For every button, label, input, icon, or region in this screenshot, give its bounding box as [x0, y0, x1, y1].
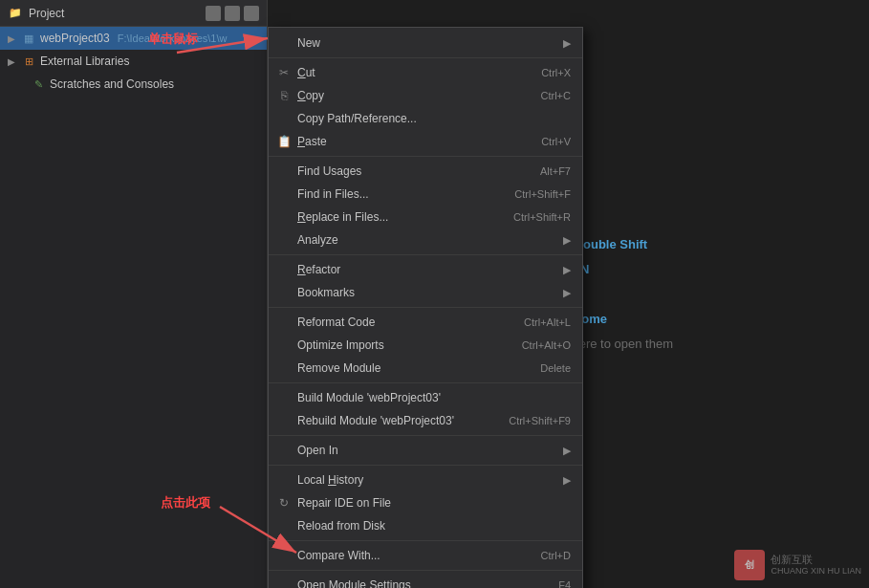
panel-actions — [206, 6, 259, 21]
tree-item-webproject03[interactable]: ▶ ▦ webProject03 F:\IdeaWorkspaces\1\w — [0, 27, 267, 50]
menu-arrow-local-history: ▶ — [563, 474, 571, 487]
menu-item-paste[interactable]: 📋 Paste Ctrl+V — [269, 130, 582, 153]
menu-label-open-in: Open In — [297, 444, 338, 457]
tree-label-webproject03: webProject03 — [40, 32, 110, 45]
menu-arrow-bookmarks: ▶ — [563, 287, 571, 299]
menu-item-bookmarks[interactable]: Bookmarks ▶ — [269, 281, 582, 304]
annotation-click-item: 点击此项 — [161, 494, 210, 512]
tree-arrow-webproject03: ▶ — [8, 33, 17, 44]
watermark-text: 创新互联 CHUANG XIN HU LIAN — [771, 553, 861, 577]
menu-label-analyze: Analyze — [297, 233, 338, 247]
menu-label-copy-path: Copy Path/Reference... — [297, 112, 417, 125]
menu-label-cut: Cut — [297, 66, 315, 79]
menu-shortcut-replace: Ctrl+Shift+R — [513, 211, 571, 223]
menu-shortcut-paste: Ctrl+V — [541, 136, 571, 147]
menu-item-build-module[interactable]: Build Module 'webProject03' — [269, 386, 582, 409]
menu-shortcut-find-usages: Alt+F7 — [540, 165, 571, 177]
menu-label-replace-in-files: Replace in Files... — [297, 210, 388, 224]
panel-title: Project — [29, 7, 200, 20]
cut-icon: ✂ — [276, 66, 292, 79]
watermark-line1: 创新互联 — [771, 553, 861, 566]
menu-arrow-analyze: ▶ — [563, 234, 571, 247]
menu-sep-9 — [269, 570, 582, 571]
menu-item-remove-module[interactable]: Remove Module Delete — [269, 357, 582, 380]
menu-arrow-open-in: ▶ — [563, 445, 571, 457]
menu-label-reformat: Reformat Code — [297, 316, 375, 329]
menu-item-repair-ide[interactable]: ↻ Repair IDE on File — [269, 491, 582, 514]
menu-item-optimize[interactable]: Optimize Imports Ctrl+Alt+O — [269, 334, 582, 357]
paste-icon: 📋 — [276, 135, 292, 148]
watermark-logo: 创 — [734, 550, 765, 580]
menu-label-local-history: Local History — [297, 473, 363, 487]
menu-item-open-in[interactable]: Open In ▶ — [269, 439, 582, 462]
menu-label-open-module-settings: Open Module Settings — [297, 578, 411, 588]
menu-label-refactor: Refactor — [297, 263, 340, 276]
menu-item-find-in-files[interactable]: Find in Files... Ctrl+Shift+F — [269, 183, 582, 206]
panel-header: 📁 Project — [0, 0, 267, 27]
menu-item-compare-with[interactable]: Compare With... Ctrl+D — [269, 544, 582, 567]
menu-item-rebuild-module[interactable]: Rebuild Module 'webProject03' Ctrl+Shift… — [269, 409, 582, 432]
menu-item-copy-path[interactable]: Copy Path/Reference... — [269, 107, 582, 130]
menu-shortcut-compare: Ctrl+D — [541, 550, 571, 561]
menu-label-remove-module: Remove Module — [297, 361, 380, 375]
menu-shortcut-cut: Ctrl+X — [541, 67, 571, 78]
menu-label-new: New — [297, 36, 320, 50]
menu-sep-5 — [269, 382, 582, 383]
menu-item-find-usages[interactable]: Find Usages Alt+F7 — [269, 160, 582, 183]
menu-label-build-module: Build Module 'webProject03' — [297, 391, 441, 404]
project-panel-icon: 📁 — [8, 6, 23, 21]
menu-arrow-new: ▶ — [563, 37, 571, 50]
menu-label-paste: Paste — [297, 135, 327, 148]
menu-label-compare-with: Compare With... — [297, 549, 380, 562]
annotation-click-mouse: 单击鼠标 — [148, 31, 198, 48]
menu-item-new[interactable]: New ▶ — [269, 32, 582, 54]
menu-label-find-in-files: Find in Files... — [297, 187, 369, 201]
watermark-line2: CHUANG XIN HU LIAN — [771, 566, 861, 577]
tree-item-scratches[interactable]: ✎ Scratches and Consoles — [0, 73, 267, 96]
menu-shortcut-open-settings: F4 — [558, 579, 571, 588]
menu-shortcut-find-in-files: Ctrl+Shift+F — [514, 188, 571, 200]
menu-sep-4 — [269, 307, 582, 308]
menu-item-local-history[interactable]: Local History ▶ — [269, 468, 582, 491]
menu-sep-2 — [269, 156, 582, 157]
menu-label-reload-from-disk: Reload from Disk — [297, 519, 385, 533]
panel-close-btn[interactable] — [244, 6, 259, 21]
menu-item-analyze[interactable]: Analyze ▶ — [269, 229, 582, 251]
menu-item-refactor[interactable]: Refactor ▶ — [269, 258, 582, 281]
tree-arrow-ext: ▶ — [8, 56, 17, 67]
repair-icon: ↻ — [276, 496, 292, 510]
lib-icon: ⊞ — [21, 54, 36, 69]
menu-label-rebuild-module: Rebuild Module 'webProject03' — [297, 414, 454, 427]
menu-sep-8 — [269, 540, 582, 541]
menu-item-copy[interactable]: ⎘ Copy Ctrl+C — [269, 84, 582, 107]
menu-item-reload-from-disk[interactable]: Reload from Disk — [269, 514, 582, 537]
watermark: 创 创新互联 CHUANG XIN HU LIAN — [734, 550, 861, 580]
menu-item-reformat[interactable]: Reformat Code Ctrl+Alt+L — [269, 311, 582, 334]
menu-sep-6 — [269, 435, 582, 436]
menu-item-cut[interactable]: ✂ Cut Ctrl+X — [269, 61, 582, 84]
menu-label-copy: Copy — [297, 89, 324, 102]
copy-icon: ⎘ — [276, 89, 292, 102]
menu-label-bookmarks: Bookmarks — [297, 286, 355, 299]
menu-shortcut-optimize: Ctrl+Alt+O — [522, 339, 571, 351]
tree-label-scratches: Scratches and Consoles — [50, 77, 174, 91]
menu-sep-3 — [269, 254, 582, 255]
scratch-icon: ✎ — [31, 76, 46, 92]
menu-label-repair-ide: Repair IDE on File — [297, 496, 391, 510]
menu-shortcut-copy: Ctrl+C — [541, 90, 571, 101]
menu-shortcut-rebuild: Ctrl+Shift+F9 — [509, 415, 571, 426]
menu-shortcut-reformat: Ctrl+Alt+L — [524, 316, 571, 328]
menu-sep-1 — [269, 57, 582, 58]
menu-item-open-module-settings[interactable]: Open Module Settings F4 — [269, 574, 582, 588]
menu-label-find-usages: Find Usages — [297, 164, 361, 178]
menu-shortcut-remove: Delete — [540, 362, 571, 374]
tree-item-external-libraries[interactable]: ▶ ⊞ External Libraries — [0, 50, 267, 73]
menu-sep-7 — [269, 465, 582, 466]
menu-item-replace-in-files[interactable]: Replace in Files... Ctrl+Shift+R — [269, 206, 582, 229]
menu-label-optimize: Optimize Imports — [297, 338, 384, 352]
project-panel: 📁 Project ▶ ▦ webProject03 F:\IdeaWorksp… — [0, 0, 268, 588]
menu-arrow-refactor: ▶ — [563, 264, 571, 276]
panel-expand-btn[interactable] — [225, 6, 240, 21]
context-menu: New ▶ ✂ Cut Ctrl+X ⎘ Copy Ctrl+C Copy Pa… — [268, 27, 583, 588]
panel-gear-btn[interactable] — [206, 6, 221, 21]
